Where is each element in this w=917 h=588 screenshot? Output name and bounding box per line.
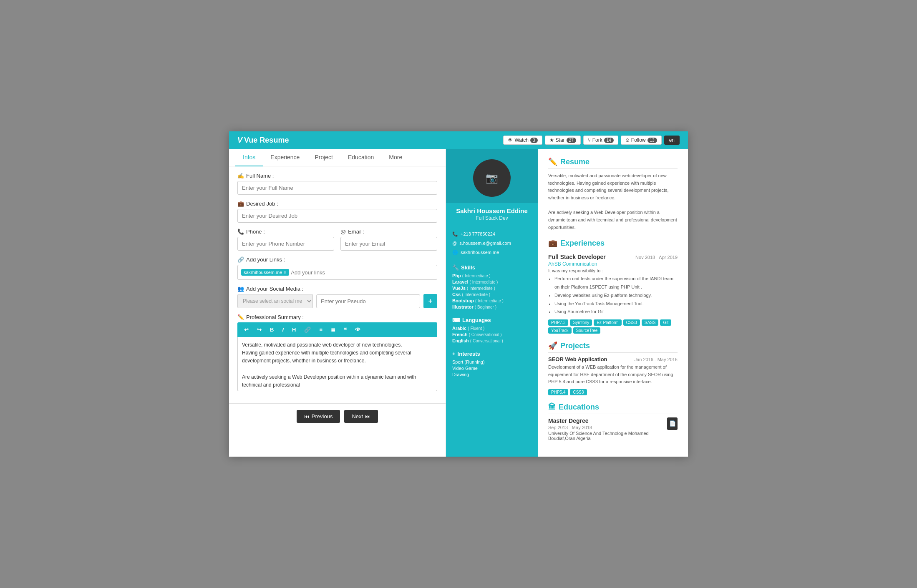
language-icon: ⌨: [452, 317, 460, 323]
edu-date: Sep 2013 - May 2018: [548, 425, 667, 430]
tab-infos[interactable]: Infos: [235, 149, 263, 166]
edu-icon: 📄: [667, 417, 678, 430]
phone-icon: 📞: [237, 229, 244, 235]
phone-group: 📞 Phone :: [237, 229, 334, 251]
cv-skill-item: Bootstrap ( Intermediate ): [452, 298, 532, 303]
summary-group: ✏️ Professional Summary : ↩ ↪ B I H 🔗 ≡ …: [237, 314, 437, 391]
ordered-list-button[interactable]: ≡: [316, 325, 326, 334]
social-row: Please select an social me +: [237, 294, 437, 308]
tag-php73: PHP7.3: [548, 319, 568, 326]
email-group: @ Email :: [340, 229, 437, 251]
prev-icon: ⏮: [304, 413, 310, 420]
undo-button[interactable]: ↩: [241, 325, 252, 334]
experience-item: Full Stack Developer Nov 2018 - Apr 2019…: [548, 254, 678, 334]
cv-email: @ s.houssem.e@gmail.com: [452, 239, 532, 248]
social-icon: 👥: [237, 286, 244, 292]
exp-company: AhSB Communication: [548, 261, 678, 267]
social-add-button[interactable]: +: [423, 294, 437, 308]
cv-skill-item: Css ( Intermediate ): [452, 292, 532, 297]
full-name-input[interactable]: [237, 181, 437, 195]
tab-project[interactable]: Project: [307, 149, 340, 166]
resume-text2: Are actively seeking a Web Developer pos…: [548, 209, 678, 231]
redo-button[interactable]: ↪: [254, 325, 265, 334]
tab-experience[interactable]: Experience: [263, 149, 307, 166]
cv-contact: 📞 +213 777850224 @ s.houssem.e@gmail.com…: [446, 226, 538, 260]
follow-button[interactable]: ⊙ Follow 13: [621, 136, 662, 145]
watch-count: 3: [530, 138, 538, 143]
social-media-label: 👥 Add your Social Media :: [237, 286, 437, 292]
edu-info: Master Degree Sep 2013 - May 2018 Univer…: [548, 417, 667, 441]
languages-title: ⌨ Languages: [452, 317, 532, 323]
phone-input[interactable]: [237, 237, 334, 251]
avatar: 📷: [473, 159, 511, 197]
social-select[interactable]: Please select an social me: [237, 294, 313, 308]
cv-sidebar: 📷 Sakhri Houssem Eddine Full Stack Dev 📞…: [446, 149, 538, 457]
star-button[interactable]: ★ Star 27: [545, 136, 581, 145]
v-icon: V: [237, 136, 242, 145]
bullet-item: Develop websites using Ez-platform techn…: [554, 291, 678, 300]
app-container: V Vue Resume 👁 Watch 3 ★ Star 27 ⑂ Fork …: [229, 131, 688, 457]
project-tags: PHP5.4 CSS3: [548, 389, 678, 395]
tag-close-icon[interactable]: ✕: [283, 270, 287, 275]
resume-text1: Versatile, motivated and passionate web …: [548, 172, 678, 201]
link-icon: 🔗: [237, 256, 244, 263]
watch-button[interactable]: 👁 Watch 3: [503, 136, 542, 145]
fork-button[interactable]: ⑂ Fork 14: [583, 136, 618, 145]
previous-button[interactable]: ⏮ Previous: [297, 410, 340, 423]
desired-job-input[interactable]: [237, 209, 437, 223]
avatar-area: 📷: [446, 149, 538, 203]
exp-date: Nov 2018 - Apr 2019: [635, 255, 678, 260]
heading-button[interactable]: H: [289, 325, 299, 334]
links-text-input[interactable]: [291, 269, 433, 276]
tag-sass: SASS: [642, 319, 659, 326]
editor-content[interactable]: Versatile, motivated and passionate web …: [237, 337, 437, 391]
bullet-item: Using the YouTrack Task Management Tool.: [554, 300, 678, 308]
main-layout: Infos Experience Project Education More …: [229, 149, 688, 457]
tag-php54: PHP5.4: [548, 389, 568, 395]
italic-button[interactable]: I: [279, 325, 287, 334]
wrench-icon: 🔧: [452, 264, 459, 271]
bold-button[interactable]: B: [267, 325, 277, 334]
pseudo-input[interactable]: [316, 294, 420, 308]
cv-lang-item: French ( Conversational ): [452, 332, 532, 337]
quote-button[interactable]: ❝: [340, 325, 350, 334]
cv-interest-item: Drawing: [452, 372, 532, 377]
project-item: SEOR Web Application Jan 2016 - May 2016…: [548, 356, 678, 395]
cv-website: 🌐 sakhrihoussem.me: [452, 248, 532, 257]
follow-count: 13: [647, 138, 657, 143]
next-button[interactable]: Next ⏭: [344, 410, 378, 423]
link-button[interactable]: 🔗: [301, 325, 314, 334]
preview-button[interactable]: 👁: [352, 325, 364, 334]
follow-label: Follow: [631, 137, 646, 143]
cv-lang-item: English ( Conversational ): [452, 338, 532, 343]
fork-count: 14: [604, 138, 614, 143]
email-icon: @: [340, 229, 346, 235]
links-input-container[interactable]: sakrhihoussem.me ✕: [237, 265, 437, 280]
cv-skill-item: Php ( Intermediate ): [452, 273, 532, 278]
user-icon: ✍: [237, 173, 244, 179]
cv-skill-item: VueJs ( Intermediate ): [452, 286, 532, 291]
github-icon: ⊙: [625, 137, 630, 143]
star-label: Star: [556, 137, 565, 143]
at-icon: @: [452, 239, 457, 248]
tag-youtrack: YouTrack: [548, 327, 572, 334]
language-button[interactable]: en: [664, 136, 680, 145]
cv-skill-item: Illustrator ( Beginner ): [452, 304, 532, 309]
tag-symfony: Symfony: [570, 319, 592, 326]
nav-buttons: ⏮ Previous Next ⏭: [229, 403, 446, 429]
tab-more[interactable]: More: [381, 149, 410, 166]
edu-school: University Of Science And Technologie Mo…: [548, 431, 667, 441]
email-input[interactable]: [340, 237, 437, 251]
unordered-list-button[interactable]: ≣: [328, 325, 339, 334]
cv-interest-item: Sport (Running): [452, 359, 532, 364]
email-label: @ Email :: [340, 229, 437, 235]
full-name-label: ✍ Full Name :: [237, 173, 437, 179]
social-media-group: 👥 Add your Social Media : Please select …: [237, 286, 437, 308]
graduation-icon: 🏛: [548, 403, 556, 412]
exp-bullets: Perform unit tests under the supervision…: [548, 275, 678, 316]
project-date: Jan 2016 - May 2016: [635, 357, 678, 362]
star-icon: ★: [549, 137, 554, 143]
tab-education[interactable]: Education: [340, 149, 381, 166]
cv-languages-section: ⌨ Languages Arabic ( Fluent ) French ( C…: [446, 313, 538, 347]
fork-icon: ⑂: [588, 137, 591, 143]
